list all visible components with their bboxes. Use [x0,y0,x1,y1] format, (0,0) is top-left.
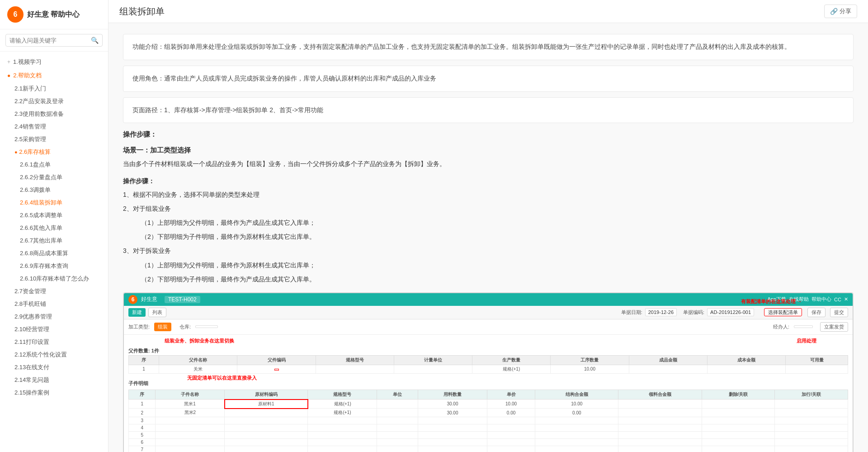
annotation-type: 组装业务、拆卸业务在这里切换 [165,338,234,344]
ss-code-label: 单据编码: [683,309,704,316]
inner-screenshot: 6 好生意 TEST-H002 App下载 在线帮助 帮助中心 CC ✕ 新建 [123,293,853,452]
nav-tree: + 1.视频学习 ● 2.帮助文档 2.1新手入门 2.2产品安装及登录 2.3… [0,52,108,452]
sidebar-item-2-6-9[interactable]: 2.6.9库存账本查询 [0,260,108,272]
ss-type-toggle[interactable]: 组装 [154,323,171,331]
sidebar-item-2-6-3[interactable]: 2.6.3调拨单 [0,184,108,196]
sidebar-item-2-14[interactable]: 2.14常见问题 [0,374,108,386]
ss-toolbar: 新建 列表 单据日期: 2019-12-26 单据编码: AD-20191226… [124,306,853,319]
annotation-assembly: 有装配清单的在这里处理 → [741,298,802,305]
sidebar-item-2-10[interactable]: 2.10经营管理 [0,323,108,336]
scene1-heading: 场景一：加工类型选择 [123,146,854,155]
app-name: 好生意 帮助中心 [27,10,80,19]
ss-lower-table: 序 子件名称 原材料编码 规格型号 单位 用料数量 单价 结构合金额 领料合金额… [128,390,848,452]
sidebar-item-2-11[interactable]: 2.11打印设置 [0,336,108,348]
annotation-lower: 无固定清单可以在这里直接录入 [187,375,257,381]
ss-operator [794,325,813,328]
intro-text-1: 功能介绍：组装拆卸单用来处理企业组装或拆卸等加工业务，支持有固定装配清单的产品加… [132,43,791,50]
ss-logo: 6 [128,295,137,304]
ss-upper-table-wrapper: 序 父件名称 父件编码 规格型号 计量单位 生产数量 工序数量 成品金额 成本金… [124,355,853,374]
step2: 2、对于组装业务 [123,203,854,214]
sidebar-item-2-12[interactable]: 2.12系统个性化设置 [0,348,108,361]
ops-steps-heading: 操作步骤： [123,177,854,186]
intro-block-3: 页面路径：1、库存核算->库存管理->组装拆卸单 2、首页->常用功能 [123,97,854,124]
ss-annotation-area-1: 选择装配清单 有装配清单的在这里处理 → [764,309,802,316]
ss-op-save[interactable]: 立案发货 [820,322,848,332]
annotation-enable: 启用处理 [797,338,816,344]
ss-save-btn[interactable]: 保存 [807,308,826,317]
sidebar-item-2-6-6[interactable]: 2.6.6其他入库单 [0,222,108,234]
sidebar-item-2-6-7[interactable]: 2.6.7其他出库单 [0,234,108,247]
intro-block-1: 功能介绍：组装拆卸单用来处理企业组装或拆卸等加工业务，支持有固定装配清单的产品加… [123,34,854,60]
sidebar-item-2-8[interactable]: 2.8手机旺铺 [0,298,108,310]
ss-system-name: 好生意 [141,295,157,303]
sidebar-item-2-2[interactable]: 2.2产品安装及登录 [0,95,108,108]
expand-icon-1: + [7,59,10,65]
search-area: 🔍 [0,29,108,52]
sidebar-item-2-13[interactable]: 2.13在线支付 [0,361,108,374]
screenshot-container: 6 好生意 TEST-H002 App下载 在线帮助 帮助中心 CC ✕ 新建 [123,292,854,452]
sidebar-item-2-5[interactable]: 2.5采购管理 [0,133,108,146]
ss-list-btn[interactable]: 列表 [148,308,166,317]
sidebar-item-2-6-1[interactable]: 2.6.1盘点单 [0,158,108,171]
search-box[interactable]: 🔍 [5,34,103,47]
share-icon: 🔗 [830,8,838,15]
ss-close[interactable]: ✕ [844,296,848,302]
app-logo: 6 [7,6,24,23]
expand-icon-2: ● [7,72,10,79]
scene1-desc: 当由多个子件材料组装成一个成品的业务为【组装】业务，当由一个父件拆分成多个子产品… [123,158,854,170]
step2-2: （2）下部明细为子件明细，最终作为原材料生成其它出库单。 [141,231,854,243]
ss-code-val: AD-20191226-001 [707,308,754,316]
sidebar-item-2-6-2[interactable]: 2.6.2分量盘点单 [0,171,108,184]
sidebar-item-2-3[interactable]: 2.3使用前数据准备 [0,108,108,120]
sidebar-item-2-6-10[interactable]: 2.6.10库存账本错了怎么办 [0,272,108,285]
intro-text-2: 使用角色：通常由生产人员或库管人员完成拆装业务的操作，库管人员确认原材料的出库和… [132,75,436,82]
ss-title: TEST-H002 [165,296,200,303]
sidebar-item-2[interactable]: ● 2.帮助文档 [0,69,108,82]
page-title: 组装拆卸单 [119,5,165,18]
ss-lower-row-2: 2 黑米2 规格(+1) 30.00 0.00 0.00 [129,409,848,417]
top-bar: 组装拆卸单 🔗 分享 [108,0,868,23]
step1: 1、根据不同的业务，选择不同单据的类型来处理 [123,189,854,200]
ss-warehouse [195,325,218,328]
ss-lower-row-7: 7 [129,446,848,452]
search-icon[interactable]: 🔍 [91,37,99,44]
ss-date-label: 单据日期: [621,309,642,316]
step3-1: （1）上部明细为父件明细，最终作为原材料生成其它出库单； [141,260,854,271]
ss-submit-btn[interactable]: 提交 [830,308,848,317]
ss-upper-table: 序 父件名称 父件编码 规格型号 计量单位 生产数量 工序数量 成品金额 成本金… [128,355,848,374]
ss-lower-table-wrapper: 序 子件名称 原材料编码 规格型号 单位 用料数量 单价 结构合金额 领料合金额… [124,390,853,452]
ss-lower-label-row: 子件明细 无固定清单可以在这里直接录入 [124,374,853,388]
search-input[interactable] [9,37,91,44]
ss-upper-row-1: 1 关米 规格(+1) 10.00 [129,365,848,373]
sidebar-item-2-15[interactable]: 2.15操作案例 [0,386,108,399]
main-panel: 组装拆卸单 🔗 分享 功能介绍：组装拆卸单用来处理企业组装或拆卸等加工业务，支持… [108,0,868,452]
ss-assembly-btn[interactable]: 选择装配清单 [764,308,802,316]
content-area: 功能介绍：组装拆卸单用来处理企业组装或拆卸等加工业务，支持有固定装配清单的产品加… [108,23,868,452]
sidebar-item-1[interactable]: + 1.视频学习 [0,55,108,69]
sidebar-item-2-6-8[interactable]: 2.6.8商品成本重算 [0,247,108,260]
intro-block-2: 使用角色：通常由生产人员或库管人员完成拆装业务的操作，库管人员确认原材料的出库和… [123,66,854,92]
ss-lower-row-4: 4 [129,424,848,432]
sidebar: 6 好生意 帮助中心 🔍 + 1.视频学习 ● 2.帮助文档 2.1新手入门 2… [0,0,108,452]
ss-new-btn[interactable]: 新建 [128,308,146,317]
share-button[interactable]: 🔗 分享 [824,5,857,18]
step3-2: （2）下部明细为子件明细，最终作为产成品生成其它入库单。 [141,274,854,285]
logo-area: 6 好生意 帮助中心 [0,0,108,29]
step2-1: （1）上部明细为父件明细，最终作为产成品生成其它入库单； [141,217,854,228]
ss-lower-row-5: 5 [129,432,848,439]
sidebar-item-2-9[interactable]: 2.9优惠券管理 [0,310,108,323]
intro-text-3: 页面路径：1、库存核算->库存管理->组装拆卸单 2、首页->常用功能 [132,106,323,114]
sidebar-item-2-4[interactable]: 2.4销售管理 [0,120,108,133]
sidebar-item-2-6-5[interactable]: 2.6.5成本调整单 [0,209,108,222]
sidebar-item-2-7[interactable]: 2.7资金管理 [0,285,108,298]
ss-lower-row-1: 1 黑米1 原材料1 规格(+1) 30.00 10.00 10.00 [129,400,848,409]
ss-lower-row-3: 3 [129,417,848,424]
ops-heading: 操作步骤： [123,130,854,139]
ss-lower-row-6: 6 [129,439,848,446]
step3: 3、对于拆装业务 [123,245,854,257]
ss-date-val: 2019-12-26 [645,308,677,316]
sidebar-item-2-6[interactable]: ● 2.6库存核算 [0,146,108,158]
ss-type-row: 加工类型: 组装 仓库: 组装业务、拆卸业务在这里切换 经办人: 启用处理 立案… [124,319,853,335]
sidebar-item-2-6-4[interactable]: 2.6.4组装拆卸单 [0,196,108,209]
sidebar-item-2-1[interactable]: 2.1新手入门 [0,82,108,95]
